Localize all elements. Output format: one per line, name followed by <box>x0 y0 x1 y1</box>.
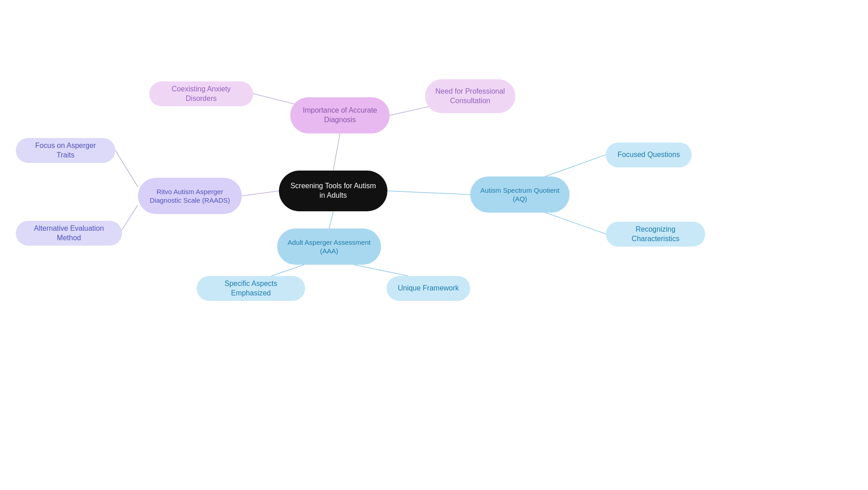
svg-line-6 <box>329 211 333 228</box>
svg-line-4 <box>115 150 138 187</box>
center-node: Screening Tools for Autism in Adults <box>279 171 387 211</box>
svg-line-9 <box>387 191 470 195</box>
raads-node: Ritvo Autism Asperger Diagnostic Scale (… <box>138 178 242 214</box>
svg-line-8 <box>354 265 408 276</box>
aq-node: Autism Spectrum Quotient (AQ) <box>470 176 570 213</box>
coexisting-node: Coexisting Anxiety Disorders <box>149 81 253 106</box>
svg-line-5 <box>120 205 138 233</box>
focus-asperger-node: Focus on Asperger Traits <box>16 138 115 163</box>
unique-node: Unique Framework <box>387 276 470 301</box>
alternative-node: Alternative Evaluation Method <box>16 221 122 246</box>
aaa-node: Adult Asperger Assessment (AAA) <box>277 228 381 265</box>
focused-questions-node: Focused Questions <box>606 143 692 167</box>
svg-line-3 <box>242 191 279 196</box>
recognizing-node: Recognizing Characteristics <box>606 222 705 247</box>
professional-node: Need for Professional Consultation <box>425 79 515 113</box>
specific-node: Specific Aspects Emphasized <box>197 276 305 301</box>
svg-line-0 <box>333 133 340 171</box>
mind-map-connections <box>0 0 868 490</box>
importance-node: Importance of Accurate Diagnosis <box>290 97 390 133</box>
svg-line-7 <box>271 265 304 276</box>
